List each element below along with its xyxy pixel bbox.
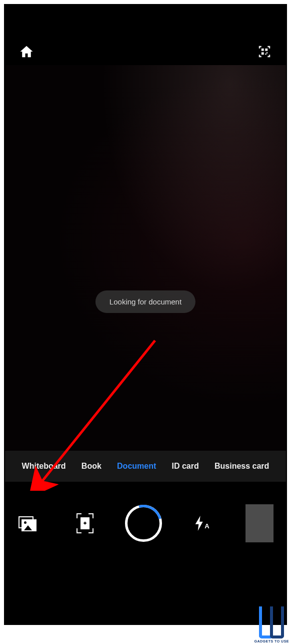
mode-book[interactable]: Book [82,462,102,471]
scan-status-pill: Looking for document [96,290,196,313]
scan-status-text: Looking for document [110,297,182,306]
status-bar [5,5,286,27]
bottom-controls: ✦ A [5,491,286,556]
auto-enhance-icon: ✦ [76,513,94,533]
preview-thumbnail [246,504,274,542]
capture-button[interactable] [125,505,162,542]
phone-frame: Looking for document Whiteboard Book Doc… [4,4,287,625]
phone-screen: Looking for document Whiteboard Book Doc… [5,5,286,624]
gallery-button[interactable] [10,503,45,543]
watermark-text: GADGETS TO USE [254,639,290,643]
mode-business-card[interactable]: Business card [214,462,269,471]
camera-viewfinder[interactable]: Looking for document [5,65,286,451]
home-icon [19,44,34,59]
flash-mode-label: A [204,522,209,530]
mode-whiteboard[interactable]: Whiteboard [22,462,66,471]
watermark: GADGETS TO USE [254,616,290,643]
mode-selector: Whiteboard Book Document ID card Busines… [5,451,286,482]
home-button[interactable] [19,44,34,61]
auto-enhance-button[interactable]: ✦ [68,503,102,543]
mode-id-card[interactable]: ID card [172,462,199,471]
mode-document[interactable]: Document [117,462,156,471]
gallery-icon [18,516,36,530]
watermark-logo [259,616,284,638]
flash-auto-icon: A [194,516,209,531]
last-capture-preview[interactable] [242,503,277,543]
flash-button[interactable]: A [184,503,220,543]
qr-scan-icon [257,44,272,59]
qr-scan-button[interactable] [257,44,272,61]
top-toolbar [5,40,286,65]
